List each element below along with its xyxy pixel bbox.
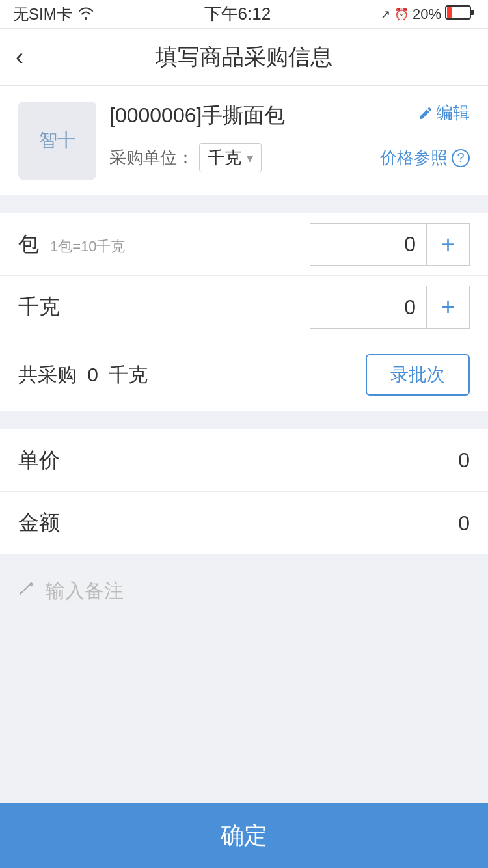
product-logo: 智十 xyxy=(39,128,75,153)
remark-placeholder[interactable]: 输入备注 xyxy=(46,578,124,604)
product-image: 智十 xyxy=(18,102,96,180)
back-button[interactable]: ‹ xyxy=(16,44,23,71)
batch-button[interactable]: 录批次 xyxy=(366,354,470,396)
bao-sub: 1包=10千克 xyxy=(50,238,126,254)
edit-button[interactable]: 编辑 xyxy=(418,102,470,124)
nav-bar: ‹ 填写商品采购信息 xyxy=(0,29,488,86)
unit-price-value: 0 xyxy=(458,448,470,472)
unit-value: 千克 xyxy=(208,146,241,169)
status-right: ↗ ⏰ 20% xyxy=(381,5,475,23)
price-section: 单价 0 金额 0 xyxy=(0,429,488,560)
page-title: 填写商品采购信息 xyxy=(156,42,332,72)
status-left: 无SIM卡 xyxy=(13,4,94,25)
help-icon: ? xyxy=(452,149,470,167)
price-ref-button[interactable]: 价格参照 ? xyxy=(380,146,470,169)
unit-prefix: 采购单位： xyxy=(109,146,194,169)
kg-plus-button[interactable]: + xyxy=(427,286,470,329)
status-time: 下午6:12 xyxy=(204,3,271,25)
amount-value: 0 xyxy=(458,511,470,536)
input-section: 包 1包=10千克 + 千克 + xyxy=(0,213,488,338)
amount-row: 金额 0 xyxy=(0,492,488,554)
kg-label: 千克 xyxy=(18,293,310,321)
bao-row: 包 1包=10千克 + xyxy=(0,213,488,276)
bao-qty-wrap: + xyxy=(310,223,470,266)
product-card: 智十 [0000006]手撕面包 编辑 采购单位： 千克 ▾ 价格参照 ? xyxy=(0,86,488,200)
total-amount: 0 xyxy=(87,364,98,385)
battery-pct: 20% xyxy=(413,6,441,23)
bao-plus-button[interactable]: + xyxy=(427,223,470,266)
bao-qty-input[interactable] xyxy=(310,223,427,266)
amount-label: 金额 xyxy=(18,509,60,537)
remark-section[interactable]: 输入备注 xyxy=(0,560,488,638)
total-text: 共采购 0 千克 xyxy=(18,362,148,388)
product-info: [0000006]手撕面包 编辑 采购单位： 千克 ▾ 价格参照 ? xyxy=(109,102,470,172)
total-row: 共采购 0 千克 录批次 xyxy=(0,338,488,416)
pencil-icon xyxy=(18,579,36,602)
wifi-icon xyxy=(77,5,94,23)
kg-row: 千克 + xyxy=(0,276,488,338)
unit-price-row: 单价 0 xyxy=(0,429,488,492)
unit-select[interactable]: 千克 ▾ xyxy=(199,143,262,172)
status-bar: 无SIM卡 下午6:12 ↗ ⏰ 20% xyxy=(0,0,488,29)
carrier-text: 无SIM卡 xyxy=(13,4,72,25)
battery-icon xyxy=(445,5,475,23)
price-ref-label: 价格参照 xyxy=(380,146,448,169)
kg-qty-input[interactable] xyxy=(310,286,427,329)
confirm-button[interactable]: 确定 xyxy=(0,803,488,868)
kg-qty-wrap: + xyxy=(310,286,470,329)
svg-rect-2 xyxy=(447,7,452,18)
svg-rect-1 xyxy=(470,10,474,15)
alarm-icon: ⏰ xyxy=(394,7,409,21)
bao-label: 包 1包=10千克 xyxy=(18,230,310,259)
location-icon: ↗ xyxy=(381,7,390,21)
section-separator-2 xyxy=(0,416,488,429)
edit-label: 编辑 xyxy=(436,102,470,124)
product-name-row: [0000006]手撕面包 编辑 xyxy=(109,102,470,130)
unit-price-label: 单价 xyxy=(18,446,60,475)
section-separator-1 xyxy=(0,200,488,213)
total-unit: 千克 xyxy=(109,364,148,385)
product-full-name: [0000006]手撕面包 xyxy=(109,102,285,130)
unit-row: 采购单位： 千克 ▾ 价格参照 ? xyxy=(109,143,470,172)
chevron-down-icon: ▾ xyxy=(247,150,253,166)
total-prefix: 共采购 xyxy=(18,364,77,385)
